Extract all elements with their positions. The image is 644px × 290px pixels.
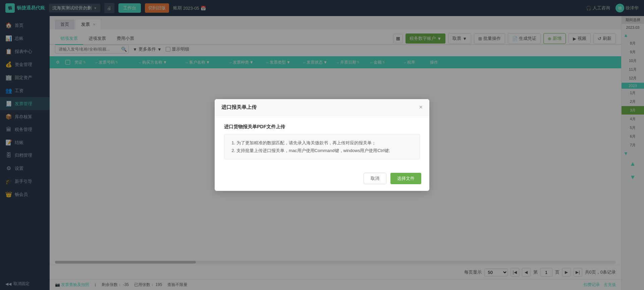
modal-confirm-button[interactable]: 选择文件 <box>390 173 421 184</box>
modal-cancel-button[interactable]: 取消 <box>364 173 386 184</box>
modal-title: 进口报关单上传 <box>221 104 257 111</box>
modal-overlay[interactable]: 进口报关单上传 × 进口货物报关单PDF文件上传 为了更加精准的数据匹配，请先录… <box>0 0 644 290</box>
modal-footer: 取消 选择文件 <box>215 167 429 191</box>
modal-section-title: 进口货物报关单PDF文件上传 <box>224 124 420 130</box>
modal-info-box: 为了更加精准的数据匹配，请先录入海关缴款书，再上传对应的报关单； 支持批量上传进… <box>224 134 420 160</box>
modal-header: 进口报关单上传 × <box>215 99 429 116</box>
modal-info-line-1: 为了更加精准的数据匹配，请先录入海关缴款书，再上传对应的报关单； <box>236 139 414 147</box>
modal-info-line-2: 支持批量上传进口报关单，mac用户使用Command键，windows用户使用C… <box>236 147 414 154</box>
modal-body: 进口货物报关单PDF文件上传 为了更加精准的数据匹配，请先录入海关缴款书，再上传… <box>215 116 429 168</box>
modal-close-button[interactable]: × <box>419 104 423 111</box>
modal-import-customs: 进口报关单上传 × 进口货物报关单PDF文件上传 为了更加精准的数据匹配，请先录… <box>215 99 429 191</box>
